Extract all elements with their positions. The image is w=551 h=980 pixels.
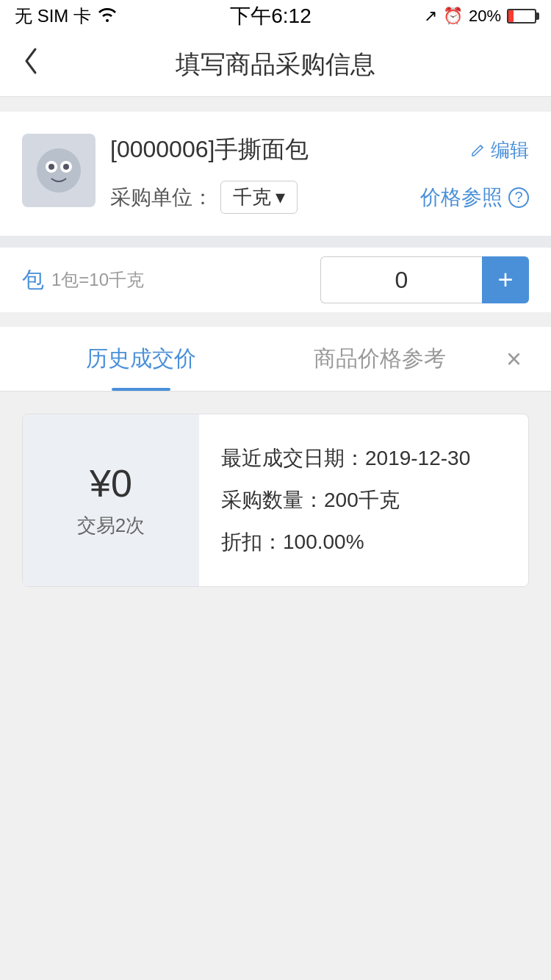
qty-value: 200千克: [324, 489, 400, 511]
transaction-card: ¥0 交易2次 最近成交日期：2019-12-30 采购数量：200千克 折扣：…: [22, 414, 529, 587]
quantity-input-area: 0 +: [159, 256, 529, 303]
price-ref-label: 价格参照: [420, 184, 503, 212]
tab-price-ref-label: 商品价格参考: [314, 344, 446, 374]
dropdown-arrow: ▾: [276, 186, 285, 209]
tab-history-label: 历史成交价: [86, 344, 196, 374]
status-left: 无 SIM 卡: [15, 4, 118, 28]
unit-select-dropdown[interactable]: 千克 ▾: [220, 181, 298, 214]
tab-history-price[interactable]: 历史成交价: [22, 327, 260, 391]
unit-label: 采购单位： 千克 ▾: [110, 181, 298, 214]
product-thumbnail: [22, 134, 96, 207]
tabs-container: 历史成交价 商品价格参考 ×: [0, 327, 551, 392]
transaction-summary-left: ¥0 交易2次: [23, 414, 199, 586]
tab-product-price-ref[interactable]: 商品价格参考: [260, 327, 498, 391]
discount-label: 折扣：: [221, 530, 283, 553]
edit-button[interactable]: 编辑: [470, 137, 529, 163]
battery-pct: 20%: [469, 7, 501, 26]
svg-point-3: [48, 164, 54, 170]
section-divider: [0, 236, 551, 248]
transaction-date-row: 最近成交日期：2019-12-30: [221, 444, 506, 472]
wifi-icon: [97, 6, 118, 26]
unit-value: 千克: [233, 184, 271, 210]
discount-value: 100.00%: [283, 530, 364, 553]
qty-label: 采购数量：: [221, 489, 324, 511]
date-value: 2019-12-30: [365, 447, 470, 469]
quantity-row: 包 1包=10千克 0 +: [0, 248, 551, 312]
transaction-discount-row: 折扣：100.00%: [221, 527, 506, 556]
svg-point-4: [63, 164, 69, 170]
page-title: 填写商品采购信息: [176, 48, 375, 82]
date-label: 最近成交日期：: [221, 447, 365, 469]
transaction-qty-row: 采购数量：200千克: [221, 486, 506, 514]
bag-icon-label: 包: [22, 265, 44, 295]
svg-point-0: [37, 148, 81, 192]
content-area: ¥0 交易2次 最近成交日期：2019-12-30 采购数量：200千克 折扣：…: [0, 392, 551, 759]
edit-label: 编辑: [491, 137, 529, 163]
carrier-text: 无 SIM 卡: [15, 4, 91, 28]
price-ref-help-icon: ?: [508, 187, 529, 208]
transaction-count: 交易2次: [77, 513, 145, 538]
bag-hint: 1包=10千克: [51, 268, 144, 292]
quantity-label: 包 1包=10千克: [22, 265, 144, 295]
status-bar: 无 SIM 卡 下午6:12 ↗ ⏰ 20%: [0, 0, 551, 32]
tab-close-button[interactable]: ×: [499, 336, 529, 382]
status-right: ↗ ⏰ 20%: [424, 7, 536, 26]
product-info: [0000006]手撕面包 编辑 采购单位： 千克 ▾ 价格参照 ?: [110, 134, 529, 214]
product-name-row: [0000006]手撕面包 编辑: [110, 134, 529, 166]
quantity-value[interactable]: 0: [320, 256, 482, 303]
price-reference-button[interactable]: 价格参照 ?: [420, 184, 529, 212]
transaction-price: ¥0: [90, 461, 132, 505]
alarm-icon: ⏰: [443, 7, 463, 26]
page-header: 填写商品采购信息: [0, 32, 551, 97]
tab-active-indicator: [112, 388, 170, 391]
product-name: [0000006]手撕面包: [110, 134, 309, 166]
transaction-details-right: 最近成交日期：2019-12-30 采购数量：200千克 折扣：100.00%: [199, 414, 528, 586]
back-button[interactable]: [22, 46, 40, 82]
battery-icon: [507, 9, 536, 24]
status-time: 下午6:12: [230, 2, 311, 30]
product-unit-row: 采购单位： 千克 ▾ 价格参照 ?: [110, 181, 529, 214]
gps-icon: ↗: [424, 7, 437, 26]
product-card: [0000006]手撕面包 编辑 采购单位： 千克 ▾ 价格参照 ?: [0, 112, 551, 236]
unit-prefix: 采购单位：: [110, 184, 213, 212]
quantity-plus-button[interactable]: +: [482, 256, 529, 303]
